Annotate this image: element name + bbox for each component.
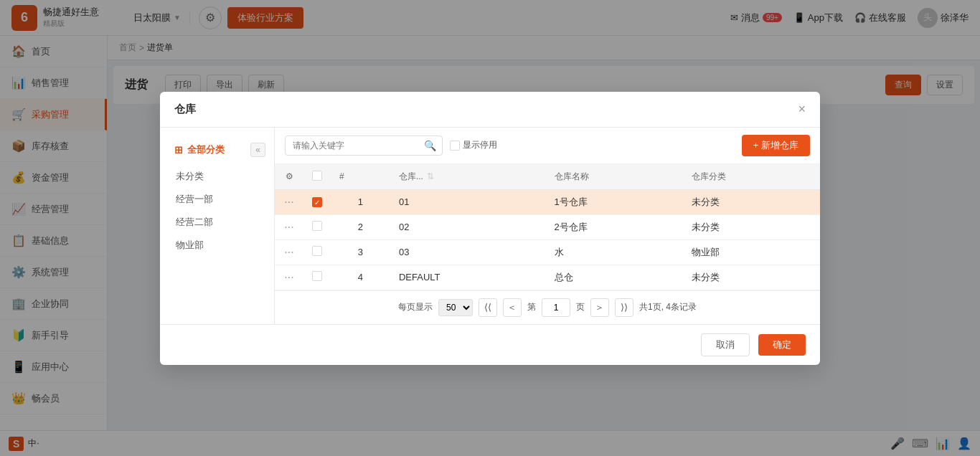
- row-code: DEFAULT: [390, 265, 546, 290]
- row-category: 未分类: [683, 265, 820, 290]
- dialog-footer: 取消 确定: [160, 324, 820, 365]
- row-action: ···: [275, 189, 303, 214]
- row-code: 01: [390, 189, 546, 214]
- cat-item-prop[interactable]: 物业部: [160, 234, 274, 257]
- row-index: 4: [331, 265, 390, 290]
- row-index: 2: [331, 214, 390, 239]
- pagination: 每页显示 50 ⟨⟨ ＜ 第 页 ＞ ⟩⟩ 共1页, 4条记录: [275, 290, 820, 324]
- show-disabled-label[interactable]: 显示停用: [450, 139, 497, 151]
- per-page-select[interactable]: 50: [438, 299, 473, 316]
- dialog-title: 仓库: [174, 103, 196, 116]
- dialog-close-button[interactable]: ×: [798, 102, 806, 117]
- row-action: ···: [275, 265, 303, 290]
- table-body: ··· ✓ 1 01 1号仓库 未分类 ··· 2 02 2号仓库: [275, 189, 820, 290]
- row-checkbox-cell: [303, 239, 331, 265]
- cat-item-label-prop: 物业部: [176, 239, 204, 250]
- col-index: #: [331, 164, 390, 190]
- row-name: 2号仓库: [546, 214, 683, 239]
- cat-item-label-none: 未分类: [176, 171, 204, 181]
- modal-overlay[interactable]: 仓库 × ⊞ 全部分类 « 未分类 经营一部: [0, 0, 980, 456]
- cat-all-label: 全部分类: [187, 143, 225, 156]
- sort-code-icon: ⇅: [427, 171, 434, 181]
- row-checkbox-cell: [303, 265, 331, 290]
- table-toolbar: 🔍 显示停用 + 新增仓库: [275, 128, 820, 164]
- table-panel: 🔍 显示停用 + 新增仓库 ⚙: [275, 128, 820, 324]
- row-more-icon[interactable]: ···: [284, 271, 293, 283]
- row-index: 1: [331, 189, 390, 214]
- row-more-icon[interactable]: ···: [284, 246, 293, 258]
- row-code: 03: [390, 239, 546, 265]
- row-name: 水: [546, 239, 683, 265]
- table-row[interactable]: ··· 4 DEFAULT 总仓 未分类: [275, 265, 820, 290]
- row-checkbox-cell: ✓: [303, 189, 331, 214]
- col-warehouse-category-label: 仓库分类: [692, 171, 726, 181]
- cat-item-label-op2: 经营二部: [176, 217, 213, 227]
- page-input[interactable]: [542, 298, 570, 317]
- table-row[interactable]: ··· ✓ 1 01 1号仓库 未分类: [275, 189, 820, 214]
- prev-page-button[interactable]: ＜: [503, 298, 522, 317]
- dialog-header: 仓库 ×: [160, 92, 820, 128]
- row-name: 总仓: [546, 265, 683, 290]
- col-warehouse-category[interactable]: 仓库分类: [683, 164, 820, 190]
- dialog-body: ⊞ 全部分类 « 未分类 经营一部 经营二部 物业部: [160, 128, 820, 324]
- last-page-button[interactable]: ⟩⟩: [615, 298, 633, 317]
- row-index: 3: [331, 239, 390, 265]
- row-category: 未分类: [683, 189, 820, 214]
- row-checkbox[interactable]: [312, 221, 322, 231]
- row-name: 1号仓库: [546, 189, 683, 214]
- cat-item-label-op1: 经营一部: [176, 194, 213, 204]
- row-more-icon[interactable]: ···: [284, 196, 293, 208]
- row-more-icon[interactable]: ···: [284, 221, 293, 233]
- data-table: ⚙ # 仓库... ⇅ 仓库名称: [275, 164, 820, 290]
- col-check: [303, 164, 331, 190]
- total-label: 共1页, 4条记录: [639, 301, 697, 313]
- first-page-button[interactable]: ⟨⟨: [479, 298, 497, 317]
- col-warehouse-name-label: 仓库名称: [555, 171, 589, 181]
- confirm-button[interactable]: 确定: [758, 334, 806, 356]
- page-label: 第: [527, 301, 536, 313]
- next-page-button[interactable]: ＞: [590, 298, 609, 317]
- row-action: ···: [275, 239, 303, 265]
- cat-item-op1[interactable]: 经营一部: [160, 188, 274, 211]
- search-box: 🔍: [285, 136, 443, 156]
- row-code: 02: [390, 214, 546, 239]
- row-checkbox[interactable]: [312, 271, 322, 281]
- cat-item-op2[interactable]: 经营二部: [160, 211, 274, 234]
- per-page-label: 每页显示: [398, 301, 433, 313]
- add-warehouse-button[interactable]: + 新增仓库: [742, 135, 810, 156]
- row-checkbox[interactable]: [312, 246, 322, 256]
- cat-collapse-button[interactable]: «: [250, 143, 265, 157]
- category-panel: ⊞ 全部分类 « 未分类 经营一部 经营二部 物业部: [160, 128, 275, 324]
- cancel-button[interactable]: 取消: [701, 333, 750, 356]
- table-head: ⚙ # 仓库... ⇅ 仓库名称: [275, 164, 820, 190]
- col-warehouse-name[interactable]: 仓库名称: [546, 164, 683, 190]
- col-settings: ⚙: [275, 164, 303, 190]
- col-warehouse-code-label: 仓库...: [399, 171, 423, 181]
- warehouse-table: ⚙ # 仓库... ⇅ 仓库名称: [275, 164, 820, 290]
- row-category: 物业部: [683, 239, 820, 265]
- page-label-2: 页: [576, 301, 585, 313]
- cat-header: ⊞ 全部分类 «: [160, 135, 274, 165]
- col-warehouse-code[interactable]: 仓库... ⇅: [390, 164, 546, 190]
- select-all-checkbox[interactable]: [312, 171, 322, 181]
- table-row[interactable]: ··· 3 03 水 物业部: [275, 239, 820, 265]
- show-disabled-checkbox[interactable]: [450, 141, 460, 151]
- warehouse-dialog: 仓库 × ⊞ 全部分类 « 未分类 经营一部: [160, 92, 820, 365]
- cat-item-none[interactable]: 未分类: [160, 165, 274, 188]
- search-input[interactable]: [286, 137, 418, 154]
- row-checkbox[interactable]: ✓: [312, 197, 322, 207]
- show-disabled-text: 显示停用: [463, 139, 497, 151]
- table-header-row: ⚙ # 仓库... ⇅ 仓库名称: [275, 164, 820, 190]
- row-checkbox-cell: [303, 214, 331, 239]
- table-row[interactable]: ··· 2 02 2号仓库 未分类: [275, 214, 820, 239]
- grid-icon: ⊞: [174, 144, 183, 156]
- search-icon[interactable]: 🔍: [418, 136, 442, 155]
- row-category: 未分类: [683, 214, 820, 239]
- cat-all-item[interactable]: ⊞ 全部分类: [167, 139, 232, 161]
- row-action: ···: [275, 214, 303, 239]
